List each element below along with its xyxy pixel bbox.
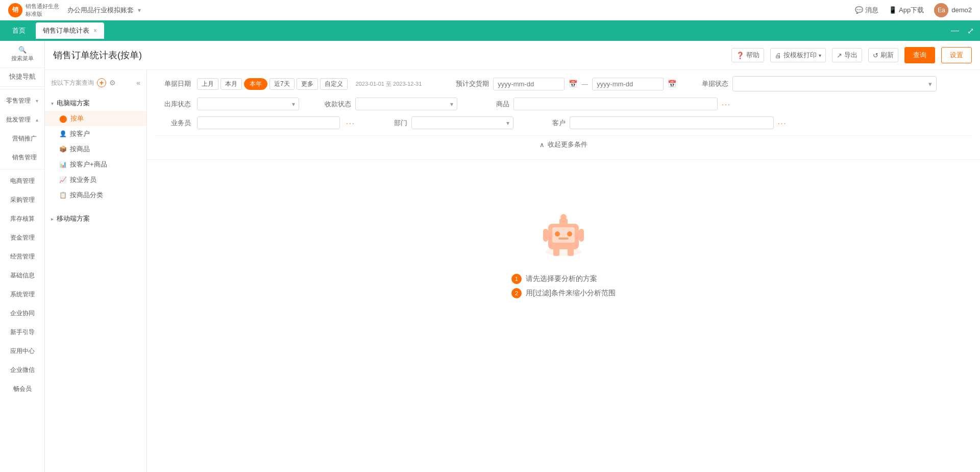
receipt-status-select[interactable] — [355, 98, 457, 110]
user-area[interactable]: Ea demo2 — [934, 3, 972, 17]
ps-section-header: 按以下方案查询 + ⚙ « — [45, 74, 146, 91]
ps-item-by-salesman[interactable]: 📈 按业务员 — [45, 172, 146, 187]
data-area: 1 请先选择要分析的方案 2 用[过滤]条件来缩小分析范围 — [147, 159, 980, 472]
expected-date-end[interactable] — [592, 78, 664, 90]
empty-illustration — [533, 201, 594, 264]
department-label: 部门 — [372, 119, 407, 128]
svg-point-4 — [567, 231, 572, 237]
sidebar-item-vip[interactable]: 畅会员 — [0, 380, 44, 398]
ps-settings-icon[interactable]: ⚙ — [109, 79, 116, 87]
salesman-input[interactable] — [197, 116, 340, 129]
sidebar-item-corpwx[interactable]: 企业微信 — [0, 361, 44, 380]
svg-rect-5 — [558, 238, 569, 240]
ps-mobile-section-title[interactable]: ▸ 移动端方案 — [45, 211, 146, 226]
sidebar-item-inventory[interactable]: 库存核算 — [0, 209, 44, 228]
ps-item-by-product[interactable]: 📦 按商品 — [45, 141, 146, 157]
collapse-more-button[interactable]: ∧ 收起更多条件 — [155, 135, 972, 153]
sidebar-item-operations[interactable]: 经营管理 — [0, 247, 44, 266]
sidebar-item-retail[interactable]: 零售管理 ▾ — [0, 91, 44, 110]
refresh-button[interactable]: ↺ 刷新 — [868, 48, 898, 62]
logo-icon: 销 — [8, 3, 22, 17]
ps-add-button[interactable]: + — [97, 78, 106, 87]
by-order-icon: ⬤ — [59, 114, 67, 123]
sidebar-item-ecommerce[interactable]: 电商管理 — [0, 172, 44, 191]
date-buttons: 上月 本月 本年 近7天 更多 自定义 — [197, 78, 348, 90]
tab-maximize-icon[interactable]: ⤢ — [965, 24, 976, 38]
department-group: 部门 ▾ — [372, 116, 513, 129]
ps-item-by-customer[interactable]: 👤 按客户 — [45, 126, 146, 141]
help-icon: ❓ — [736, 52, 744, 59]
date-btn-7days[interactable]: 近7天 — [270, 78, 295, 90]
title-arrow-icon[interactable]: ▾ — [138, 7, 141, 14]
expected-date-start[interactable] — [493, 78, 565, 90]
ps-item-by-order[interactable]: ⬤ 按单 — [45, 111, 146, 126]
settings-button[interactable]: 设置 — [941, 47, 972, 63]
step-2-num: 2 — [511, 288, 522, 298]
ps-pc-section-title[interactable]: ▾ 电脑端方案 — [45, 96, 146, 111]
sidebar-item-basic[interactable]: 基础信息 — [0, 266, 44, 285]
receipt-status-group: 收款状态 ▾ — [315, 98, 457, 110]
department-select[interactable] — [411, 116, 513, 129]
ps-item-by-cust-prod[interactable]: 📊 按客户+商品 — [45, 157, 146, 172]
ship-status-select[interactable] — [197, 98, 299, 110]
sidebar: 🔍 搜索菜单 快捷导航 零售管理 ▾ 批发管理 ▴ 营销推广 销售管理 电商管理… — [0, 41, 45, 472]
by-customer-icon: 👤 — [59, 130, 67, 137]
app-download-button[interactable]: 📱 App下载 — [889, 6, 924, 15]
expected-date-inputs: 📅 — 📅 — [493, 78, 676, 90]
filter-section: 单据日期 上月 本月 本年 近7天 更多 自定义 2023-01-01 至 20… — [147, 70, 980, 159]
user-avatar: Ea — [934, 3, 948, 17]
tab-sales-order-stats[interactable]: 销售订单统计表 × — [36, 22, 104, 39]
sidebar-item-system[interactable]: 系统管理 — [0, 285, 44, 304]
main-content: 销售订单统计表(按单) ❓ 帮助 🖨 按模板打印 ▾ ↗ 导出 ↺ 刷新 — [45, 41, 980, 472]
date-btn-this-month[interactable]: 本月 — [220, 78, 242, 90]
tab-minimize-icon[interactable]: — — [949, 24, 961, 37]
date-btn-more[interactable]: 更多 — [297, 78, 318, 90]
product-label: 商品 — [474, 100, 509, 109]
divider2 — [0, 169, 44, 170]
collapse-icon: ∧ — [540, 141, 545, 149]
sidebar-item-appstore[interactable]: 应用中心 — [0, 342, 44, 361]
date-btn-last-month[interactable]: 上月 — [197, 78, 218, 90]
tab-close-icon[interactable]: × — [93, 27, 97, 34]
product-input[interactable] — [513, 98, 718, 110]
sidebar-item-newbie[interactable]: 新手引导 — [0, 323, 44, 342]
sidebar-item-wholesale[interactable]: 批发管理 ▴ — [0, 110, 44, 129]
date-label: 单据日期 — [155, 79, 191, 88]
ps-pc-section: ▾ 电脑端方案 ⬤ 按单 👤 按客户 📦 按商品 — [45, 91, 146, 207]
sidebar-item-finance[interactable]: 资金管理 — [0, 228, 44, 247]
help-button[interactable]: ❓ 帮助 — [731, 48, 764, 62]
tab-home[interactable]: 首页 — [4, 22, 34, 39]
page-sidebar: 按以下方案查询 + ⚙ « ▾ 电脑端方案 ⬤ 按单 👤 — [45, 70, 147, 472]
message-button[interactable]: 💬 消息 — [855, 6, 878, 15]
main-layout: 🔍 搜索菜单 快捷导航 零售管理 ▾ 批发管理 ▴ 营销推广 销售管理 电商管理… — [0, 41, 980, 472]
svg-rect-9 — [579, 229, 584, 242]
sidebar-item-corp[interactable]: 企业协同 — [0, 304, 44, 323]
customer-dots-button[interactable]: ··· — [778, 119, 787, 127]
calendar-end-icon[interactable]: 📅 — [668, 80, 676, 88]
salesman-dots-button[interactable]: ··· — [346, 119, 355, 127]
date-range-text: 2023-01-01 至 2023-12-31 — [356, 80, 422, 88]
export-button[interactable]: ↗ 导出 — [832, 48, 862, 62]
query-button[interactable]: 查询 — [904, 47, 935, 63]
expected-date-group: 预计交货期 📅 — 📅 — [448, 78, 676, 90]
svg-point-7 — [560, 214, 567, 220]
customer-input[interactable] — [570, 116, 774, 129]
department-wrapper: ▾ — [411, 116, 513, 129]
sidebar-nav-shortcuts[interactable]: 快捷导航 — [0, 68, 44, 87]
order-status-select[interactable]: ▾ — [732, 76, 937, 91]
sidebar-item-purchase[interactable]: 采购管理 — [0, 191, 44, 209]
print-button[interactable]: 🖨 按模板打印 ▾ — [770, 48, 826, 62]
page-actions: ❓ 帮助 🖨 按模板打印 ▾ ↗ 导出 ↺ 刷新 查询 — [731, 47, 972, 63]
sidebar-item-sales[interactable]: 销售管理 — [0, 148, 44, 167]
ps-collapse-icon[interactable]: « — [136, 79, 140, 87]
tabbar: 首页 销售订单统计表 × — ⤢ — [0, 20, 980, 41]
ps-item-by-category[interactable]: 📋 按商品分类 — [45, 187, 146, 203]
calendar-start-icon[interactable]: 📅 — [569, 80, 577, 88]
date-btn-this-year[interactable]: 本年 — [244, 78, 267, 90]
wholesale-arrow-icon: ▴ — [36, 117, 38, 123]
empty-step-2: 2 用[过滤]条件来缩小分析范围 — [511, 288, 616, 298]
sidebar-search[interactable]: 🔍 搜索菜单 — [0, 41, 44, 68]
date-btn-custom[interactable]: 自定义 — [320, 78, 348, 90]
product-dots-button[interactable]: ··· — [722, 100, 731, 108]
sidebar-item-marketing[interactable]: 营销推广 — [0, 129, 44, 148]
